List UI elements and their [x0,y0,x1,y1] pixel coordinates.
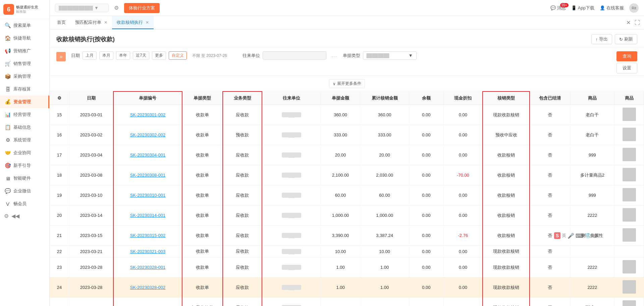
sidebar: 6 畅捷通好生意 标推版 🔍 搜索菜单 🏠 快捷导航 📢 营销推广 🛒 销售管理… [0,0,50,306]
col-header-doc-no[interactable]: 单据编号 [113,91,182,105]
tab-pre-match[interactable]: 预匹配应付单 ✕ [70,16,112,29]
filter-toggle-button[interactable]: » [56,52,66,61]
online-service-button[interactable]: 👤 在线客服 [600,5,624,11]
topbar-right: 💬 消息 99+ 📱 App下载 👤 在线客服 Rit [550,3,639,13]
company-selector[interactable]: ████████████ ▼ [55,4,109,12]
col-header-goods[interactable]: 商品 [570,91,614,105]
user-avatar[interactable]: Rit [629,3,639,13]
sidebar-gear-icon[interactable]: ⚙ [4,213,9,219]
custom-date-button[interactable]: 自定义 [169,51,187,60]
col-header-include-settled[interactable]: 包含已结清 [530,91,570,105]
sidebar-item-purchase[interactable]: 📦 采购管理 [0,70,49,83]
more-filters-dots[interactable]: ... [332,53,337,58]
app-download-button[interactable]: 📱 App下载 [571,5,594,11]
sidebar-item-finance[interactable]: 💰 资金管理 [0,96,49,108]
messages-button[interactable]: 💬 消息 99+ [550,5,566,11]
expand-conditions-button[interactable]: ∨ 展开更多条件 [329,79,365,88]
cell-doc-no[interactable]: SK-20230304-001 [113,145,182,165]
col-header-verified[interactable]: 累计核销金额 [360,91,409,105]
expand-icon: ∨ [333,81,336,86]
cell-doc-no[interactable]: SK-20230310-001 [113,185,182,205]
query-button[interactable]: 查询 [616,51,637,61]
cell-no: 15 [50,105,69,125]
tab-pre-match-close[interactable]: ✕ [104,20,107,25]
col-header-balance[interactable]: 余额 [409,91,443,105]
export-button[interactable]: ↑ 导出 [591,34,612,44]
sidebar-item-system[interactable]: ⚙ 系统管理 [0,134,49,146]
cell-amount: 1.00 [321,257,360,278]
last-month-button[interactable]: 上月 [83,51,97,60]
cell-date: 2023-03-08 [69,165,113,185]
cell-goods2 [614,226,644,246]
col-header-biz-type[interactable]: 业务类型 [223,91,262,105]
this-month-button[interactable]: 本月 [99,51,113,60]
tab-fullscreen-button[interactable]: ⛶ [633,18,641,27]
more-dates-button[interactable]: 更多 [152,51,166,60]
cell-doc-no[interactable]: SK-20230302-002 [113,125,182,145]
col-header-goods2[interactable]: 商品 [614,91,644,105]
sidebar-item-marketing[interactable]: 📢 营销推广 [0,45,49,57]
sidebar-item-inventory[interactable]: 🗄 库存核算 [0,83,49,96]
col-header-doc-type[interactable]: 单据类型 [182,91,223,105]
col-header-gear[interactable]: ⚙ [50,91,69,105]
filter-settings-button[interactable]: 设置 [616,63,637,73]
cell-goods: 999 [570,145,614,165]
sidebar-item-guide[interactable]: 🎯 新手引导 [0,159,49,172]
main-area: ████████████ ▼ ⚙ 体验行业方案 💬 消息 99+ 📱 App下载… [50,0,644,306]
sidebar-item-operation[interactable]: 📊 经营管理 [0,108,49,121]
cell-doc-no[interactable]: SK-20230315-002 [113,226,182,246]
sidebar-item-quick-nav[interactable]: 🏠 快捷导航 [0,32,49,45]
col-header-partner[interactable]: 往来单位 [262,91,321,105]
data-table-container[interactable]: ⚙ 日期 单据编号 单据类型 业务类型 往来单位 单据金额 累计核销金额 余额 … [50,91,644,306]
col-header-date[interactable]: 日期 [69,91,113,105]
sidebar-item-member[interactable]: V 畅会员 [0,197,49,210]
sidebar-item-enterprise[interactable]: 🤝 企业协同 [0,146,49,159]
cell-doc-no[interactable]: SK-20230308-001 [113,165,182,185]
cell-cash-discount: 0.00 [443,185,483,205]
cell-doc-no[interactable]: SK-20230301-002 [113,105,182,125]
cell-goods2 [614,125,644,145]
industry-solution-button[interactable]: 体验行业方案 [124,3,160,13]
operation-icon: 📊 [5,112,11,118]
table-header-row: ⚙ 日期 单据编号 单据类型 业务类型 往来单位 单据金额 累计核销金额 余额 … [50,91,644,105]
tabbar: 首页 预匹配应付单 ✕ 收款核销执行 ✕ ✕ ⛶ [50,16,644,29]
tab-collection-verify-close[interactable]: ✕ [146,20,149,25]
cell-doc-no[interactable]: SK-20230328-001 [113,257,182,278]
cell-doc-no[interactable]: SK-20230328-002 [113,278,182,298]
tab-home[interactable]: 首页 [52,16,70,29]
col-header-cash-discount[interactable]: 现金折扣 [443,91,483,105]
cell-cash-discount: 0.00 [443,145,483,165]
sidebar-item-search[interactable]: 🔍 搜索菜单 [0,19,49,32]
export-icon: ↑ [596,37,598,42]
cell-balance: 0.00 [409,125,443,145]
cell-date: 2023-03-02 [69,125,113,145]
doc-type-select[interactable]: ████████ ▼ [363,51,417,60]
this-year-button[interactable]: 本年 [116,51,130,60]
col-header-verify-type[interactable]: 核销类型 [483,91,530,105]
tab-close-all-button[interactable]: ✕ [625,18,632,27]
cell-balance: 0.00 [409,185,443,205]
refresh-button[interactable]: ↻ 刷新 [615,34,637,44]
cell-doc-no[interactable]: SK-20230314-001 [113,205,182,226]
message-icon: 💬 [550,5,556,10]
cell-no: 17 [50,145,69,165]
cell-doc-type: 收款单 [182,226,223,246]
cell-date: 2023-03-14 [69,205,113,226]
cell-cash-discount: 0.00 [443,246,483,257]
sidebar-item-wechat[interactable]: 💬 企业微信 [0,185,49,197]
sidebar-collapse-icon[interactable]: ◀◀ [11,213,19,219]
topbar-gear-button[interactable]: ⚙ [111,3,121,13]
sidebar-item-sales[interactable]: 🛒 销售管理 [0,57,49,70]
cell-doc-no[interactable]: SK-20230321-003 [113,246,182,257]
cell-amount: 360.00 [321,105,360,125]
last-7-days-button[interactable]: 近7天 [133,51,149,60]
cell-biz-type: 应收款 [223,165,262,185]
sidebar-item-basic[interactable]: 📋 基础信息 [0,121,49,134]
col-header-amount[interactable]: 单据金额 [321,91,360,105]
cell-verify-type: 收款核销 [483,205,530,226]
cell-biz-type: 预收款 [223,125,262,145]
sidebar-item-smart-hw[interactable]: 🖥 智能硬件 [0,172,49,185]
tab-collection-verify[interactable]: 收款核销执行 ✕ [112,16,154,29]
partner-input[interactable] [263,51,326,60]
cell-doc-no[interactable]: SK-20230331-002 [113,298,182,306]
